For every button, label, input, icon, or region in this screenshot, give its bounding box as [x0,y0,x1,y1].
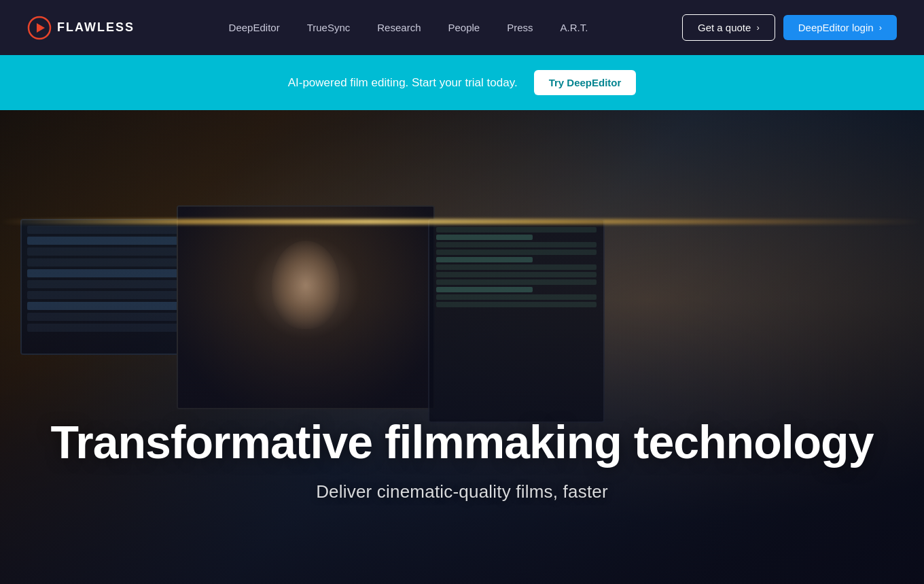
navbar: FLAWLESS DeepEditor TrueSync Research Pe… [0,0,924,55]
nav-item-art[interactable]: A.R.T. [550,16,599,39]
nav-item-people[interactable]: People [437,16,491,39]
deepeditor-login-label: DeepEditor login [798,22,874,33]
hero-title: Transformative filmmaking technology [27,417,897,468]
nav-item-press[interactable]: Press [496,16,544,39]
nav-item-truesync[interactable]: TrueSync [296,16,361,39]
nav-item-research[interactable]: Research [366,16,431,39]
get-quote-label: Get a quote [698,22,751,33]
logo-text: FLAWLESS [57,20,135,35]
hero-content: Transformative filmmaking technology Del… [0,417,924,502]
flawless-logo-icon [27,16,52,40]
svg-marker-1 [37,23,45,33]
navbar-actions: Get a quote › DeepEditor login › [682,14,897,41]
nav-item-deepeditor[interactable]: DeepEditor [218,16,291,39]
nav-links: DeepEditor TrueSync Research People Pres… [218,16,599,39]
try-deepeditor-button[interactable]: Try DeepEditor [534,70,637,95]
get-quote-button[interactable]: Get a quote › [682,14,775,41]
get-quote-chevron-icon: › [756,22,759,33]
hero-section: Transformative filmmaking technology Del… [0,110,924,584]
promo-banner: AI-powered film editing. Start your tria… [0,55,924,110]
deepeditor-login-chevron-icon: › [879,22,882,33]
hero-overlay [0,110,924,584]
deepeditor-login-button[interactable]: DeepEditor login › [783,15,897,40]
shelf-lighting [0,219,924,224]
banner-text: AI-powered film editing. Start your tria… [288,76,518,90]
logo-area: FLAWLESS [27,16,135,40]
hero-subtitle: Deliver cinematic-quality films, faster [27,481,897,502]
